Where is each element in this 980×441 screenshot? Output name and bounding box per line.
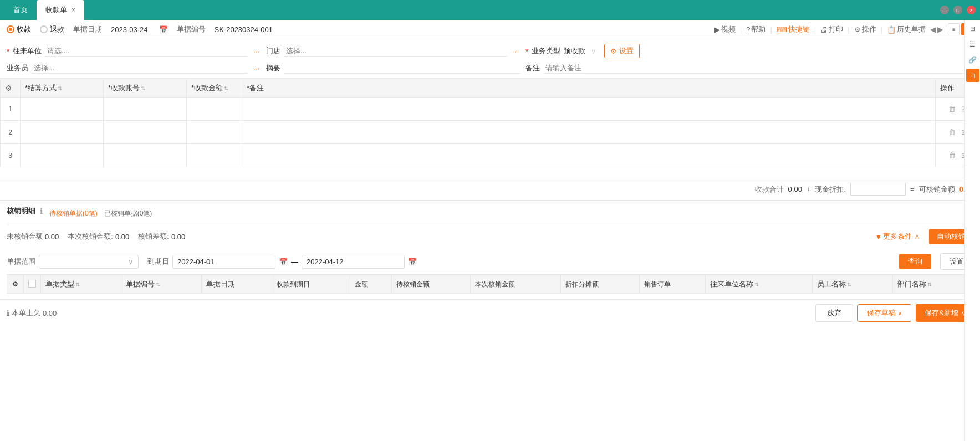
summary-label: 摘要 [266, 63, 280, 73]
table-row: 3 🗑 ⊞ [1, 144, 980, 167]
tab-collection[interactable]: 收款单 × [37, 0, 84, 20]
pending-tab[interactable]: 待核销单据(0笔) [49, 209, 98, 218]
abandon-button[interactable]: 放弃 [815, 304, 853, 322]
sort-icon-dept[interactable]: ⇅ [927, 281, 932, 288]
video-action[interactable]: ▶ 视频 [714, 24, 736, 34]
window-close-button[interactable]: × [967, 6, 976, 14]
row-delete-btn-1[interactable]: 🗑 [947, 104, 957, 114]
section-title: 核销明细 ℹ [7, 206, 43, 216]
from-unit-more-btn[interactable]: ··· [251, 47, 262, 55]
footer-actions: 放弃 保存草稿 ∧ 保存&新增 ∧ [815, 304, 973, 322]
date-from-input[interactable] [172, 255, 275, 269]
row-settle-2[interactable] [21, 121, 104, 144]
info-icon[interactable]: ℹ [40, 207, 43, 216]
top-navigation: 首页 收款单 × — □ × [0, 0, 980, 20]
sidebar-link-icon[interactable]: 🔗 [966, 53, 979, 66]
sort-icon-settle[interactable]: ⇅ [58, 85, 62, 91]
row-amount-2[interactable] [187, 121, 242, 144]
unverified-value: 0.00 [45, 233, 59, 241]
sidebar-list-icon[interactable]: ☰ [966, 38, 979, 51]
save-draft-button[interactable]: 保存草稿 ∧ [858, 304, 911, 322]
business-type-value: 预收款 [564, 46, 585, 56]
bth-settings[interactable]: ⚙ [7, 275, 24, 294]
sort-icon-amount[interactable]: ⇅ [224, 85, 228, 91]
more-conditions-btn[interactable]: ▼ 更多条件 ∧ [875, 232, 921, 242]
row-num-1: 1 [1, 98, 21, 121]
row-account-3[interactable] [104, 144, 187, 167]
row-delete-btn-3[interactable]: 🗑 [947, 150, 957, 161]
summary-input[interactable] [284, 63, 521, 74]
done-tab[interactable]: 已核销单据(0笔) [104, 209, 152, 218]
query-button[interactable]: 查询 [899, 254, 931, 269]
calendar-icon[interactable]: 📅 [159, 25, 168, 34]
radio-receipt[interactable]: 收款 [7, 24, 31, 34]
list-view-icon[interactable]: ≡ [948, 23, 960, 35]
diff-stat: 核销差额: 0.00 [138, 232, 185, 242]
date-range-filter: 到期日 📅 — 📅 [147, 255, 417, 269]
settings-button[interactable]: ⚙ 设置 [604, 44, 640, 58]
business-type-label: 业务类型 [532, 46, 560, 56]
window-minimize-button[interactable]: — [940, 6, 949, 14]
help-action[interactable]: ? 帮助 [746, 24, 765, 34]
th-settings[interactable]: ⚙ [1, 79, 21, 98]
footer-info-label: 本单上欠 [12, 308, 40, 318]
store-input[interactable] [284, 45, 507, 57]
history-action[interactable]: 📋 历史单据 [887, 24, 926, 34]
sort-icon-account[interactable]: ⇅ [141, 85, 145, 91]
sort-icon-staff[interactable]: ⇅ [847, 281, 851, 288]
save-draft-arrow: ∧ [898, 310, 902, 316]
row-remark-3[interactable] [242, 144, 936, 167]
bth-type: 单据类型 ⇅ [41, 275, 121, 294]
sort-icon-number[interactable]: ⇅ [156, 281, 160, 288]
select-all-checkbox[interactable] [28, 280, 36, 288]
settings-icon[interactable]: ⚙ [5, 84, 12, 93]
close-tab-icon[interactable]: × [72, 6, 75, 14]
row-account-1[interactable] [104, 98, 187, 121]
print-action[interactable]: 🖨 打印 [820, 24, 843, 34]
required-star: * [7, 47, 9, 55]
store-field: 门店 ··· [266, 45, 521, 57]
from-unit-field: * 往来单位 ··· [7, 45, 262, 57]
sidebar-expand-icon[interactable]: ◻ [966, 69, 979, 82]
radio-receipt-dot [7, 25, 14, 33]
remark-input[interactable] [543, 63, 973, 74]
business-type-arrow[interactable]: ∨ [591, 47, 596, 55]
row-settle-1[interactable] [21, 98, 104, 121]
history-icon: 📋 [887, 25, 896, 34]
bth-unit: 往来单位名称 ⇅ [706, 275, 813, 294]
th-settle: *结算方式 ⇅ [21, 79, 104, 98]
row-delete-btn-2[interactable]: 🗑 [947, 127, 957, 137]
row-amount-1[interactable] [187, 98, 242, 121]
sidebar-table-icon[interactable]: ⊟ [966, 22, 979, 35]
cal-from-icon[interactable]: 📅 [279, 258, 288, 266]
row-remark-1[interactable] [242, 98, 936, 121]
staff-field: 业务员 ··· [7, 63, 262, 74]
operate-action[interactable]: ⚙ 操作 [854, 24, 876, 34]
shortcut-action[interactable]: ⌨ 快捷键 [777, 24, 810, 34]
data-table: ⚙ *结算方式 ⇅ *收款账号 ⇅ [0, 79, 980, 167]
row-settle-3[interactable] [21, 144, 104, 167]
discount-input[interactable] [850, 183, 906, 196]
row-remark-2[interactable] [242, 121, 936, 144]
row-amount-3[interactable] [187, 144, 242, 167]
radio-refund[interactable]: 退款 [40, 24, 64, 34]
cal-to-icon[interactable]: 📅 [408, 258, 417, 266]
staff-more-btn[interactable]: ··· [251, 64, 262, 73]
sort-icon-unit[interactable]: ⇅ [754, 281, 759, 288]
unverified-label: 未核销金额 [7, 232, 43, 242]
tab-home[interactable]: 首页 [4, 0, 37, 20]
next-arrow[interactable]: ▶ [937, 25, 943, 34]
stats-row: 未核销金额 0.00 本次核销金额: 0.00 核销差额: 0.00 ▼ 更多条… [7, 229, 973, 244]
prev-arrow[interactable]: ◀ [930, 25, 936, 34]
row-account-2[interactable] [104, 121, 187, 144]
play-icon: ▶ [714, 25, 720, 34]
print-icon: 🖨 [820, 25, 828, 34]
from-unit-input[interactable] [45, 45, 248, 57]
staff-input[interactable] [32, 63, 248, 74]
store-more-btn[interactable]: ··· [511, 47, 521, 55]
window-maximize-button[interactable]: □ [953, 6, 962, 14]
sort-icon-type[interactable]: ⇅ [75, 281, 80, 288]
date-to-input[interactable] [302, 255, 405, 269]
from-unit-label: 往来单位 [13, 46, 42, 56]
range-select[interactable]: ∨ [39, 255, 139, 269]
